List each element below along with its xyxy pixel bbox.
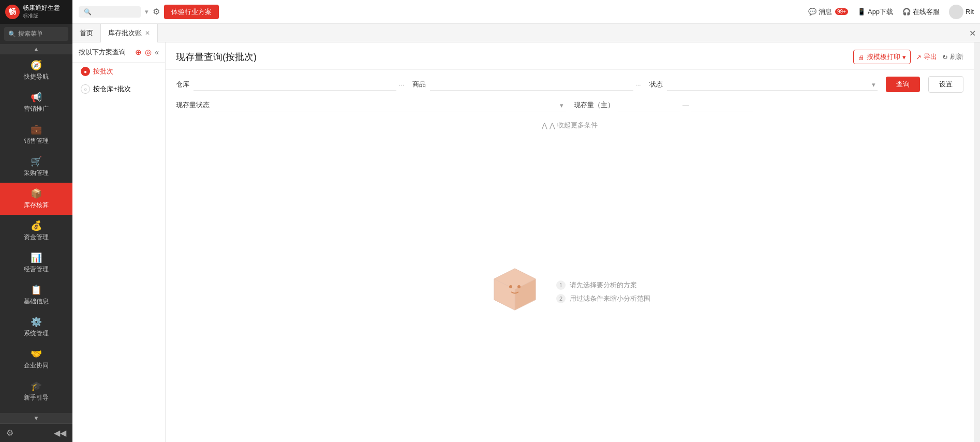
main-panel-header: 现存量查询(按批次) 🖨 按模板打印 ▾ ↗ 导出 ↻ 刷新 [166,42,974,70]
sidebar-item-system[interactable]: ⚙️ 系统管理 [0,311,72,343]
tab-home[interactable]: 首页 [72,24,101,42]
sidebar-item-sales[interactable]: 💼 销售管理 [0,119,72,151]
print-btn[interactable]: 🖨 按模板打印 ▾ [853,50,911,64]
topbar-right: 💬 消息 99+ 📱 App下载 🎧 在线客服 Rit [808,5,974,19]
collapse-label: 收起更多条件 [557,121,598,130]
right-scrollbar[interactable] [974,42,980,442]
warehouse-more-icon[interactable]: ··· [398,81,404,89]
app-logo: 畅 [5,5,20,19]
refresh-btn[interactable]: ↻ 刷新 [942,52,963,62]
operation-icon: 📊 [31,252,42,263]
product-more-icon[interactable]: ··· [635,81,641,89]
sidebar-bottom: ⚙ ◀◀ [0,423,72,442]
main-area: 🔍 ▾ ⚙ 体验行业方案 💬 消息 99+ 📱 App下载 🎧 在线客服 Rit [72,0,980,442]
left-panel: 按以下方案查询 ⊕ ◎ « ● 按批次 ○ 按仓库+批次 [72,42,166,442]
plan-item-batch[interactable]: ● 按批次 [72,63,165,80]
filter-row-1: 仓库 ··· 商品 ··· 状态 [176,76,963,93]
tab-inventory-batch-label: 库存批次账 [108,28,142,38]
topbar-chevron-icon[interactable]: ▾ [145,8,149,16]
product-label: 商品 [412,80,426,89]
sidebar-item-finance[interactable]: 💰 资金管理 [0,215,72,247]
experience-btn[interactable]: 体验行业方案 [164,5,219,19]
tab-inventory-batch[interactable]: 库存批次账 ✕ [101,24,158,42]
empty-state: 1 请先选择要分析的方案 2 用过滤条件来缩小分析范围 [166,141,974,442]
app-download-action[interactable]: 📱 App下载 [857,7,893,17]
collapse-more-btn[interactable]: ⋀ ⋀ 收起更多条件 [176,117,963,135]
export-btn[interactable]: ↗ 导出 [916,52,937,62]
add-plan-icon[interactable]: ⊕ [135,48,142,57]
sidebar-header: 畅 畅康通好生意 标准版 [0,0,72,24]
settings-btn[interactable]: 设置 [928,76,963,93]
plan-item-batch-label: 按批次 [93,67,113,76]
collapse-panel-icon[interactable]: « [155,48,159,56]
sidebar-item-quick-nav[interactable]: 🧭 快捷导航 [0,54,72,86]
filter-stock-qty: 现存量（主） — [574,99,963,111]
settings-icon[interactable]: ⚙ [6,428,13,438]
plan-item-warehouse-batch-label: 按仓库+批次 [93,84,131,94]
filter-warehouse: 仓库 ··· [176,78,404,91]
tip-text-1: 请先选择要分析的方案 [570,281,637,290]
plan-item-warehouse-batch[interactable]: ○ 按仓库+批次 [72,80,165,98]
sidebar-scroll-down[interactable]: ▼ [0,413,72,423]
sidebar-search[interactable]: 🔍 搜索菜单 [4,27,68,41]
export-btn-label: 导出 [924,52,937,62]
sales-icon: 💼 [31,124,42,135]
empty-illustration [489,263,541,320]
left-panel-title: 按以下方案查询 [79,48,126,57]
sidebar-item-guide[interactable]: 🎓 新手引导 [0,375,72,407]
print-btn-label: 按模板打印 [867,52,900,62]
quick-nav-icon: 🧭 [31,60,42,71]
marketing-icon: 📢 [31,92,42,103]
warehouse-input[interactable] [194,78,396,91]
sidebar-item-label: 经营管理 [24,265,49,274]
content-area: 按以下方案查询 ⊕ ◎ « ● 按批次 ○ 按仓库+批次 现存量查询(按批次) [72,42,980,442]
sidebar-item-label: 采购管理 [24,169,49,178]
message-icon: 💬 [808,8,816,16]
refresh-icon: ↻ [942,53,948,61]
main-panel: 现存量查询(按批次) 🖨 按模板打印 ▾ ↗ 导出 ↻ 刷新 [166,42,974,442]
app-edition: 标准版 [23,12,60,20]
message-badge: 99+ [835,8,848,15]
message-action[interactable]: 💬 消息 99+ [808,7,848,17]
sidebar-item-operation[interactable]: 📊 经营管理 [0,247,72,279]
topbar-gear-icon[interactable]: ⚙ [153,7,160,17]
sidebar-item-label: 系统管理 [24,329,49,338]
gear-plan-icon[interactable]: ◎ [145,48,152,57]
stock-status-select-wrap: ▾ [214,99,566,111]
stock-qty-from-input[interactable] [618,99,680,111]
product-input[interactable] [430,78,633,91]
collapse-sidebar-icon[interactable]: ◀◀ [54,428,66,438]
sidebar-item-label: 资金管理 [24,233,49,242]
sidebar-item-inventory[interactable]: 📦 库存核算 [0,183,72,215]
plan-inactive-icon: ○ [81,84,90,94]
sidebar-scroll-up[interactable]: ▲ [0,44,72,54]
left-panel-header: 按以下方案查询 ⊕ ◎ « [72,42,165,63]
sidebar-item-marketing[interactable]: 📢 营销推广 [0,86,72,119]
tabs-close-btn[interactable]: ✕ [969,28,976,38]
print-chevron-icon: ▾ [902,53,906,61]
page-title: 现存量查询(按批次) [176,51,257,63]
online-service-action[interactable]: 🎧 在线客服 [902,7,940,17]
stock-status-select[interactable] [214,99,566,111]
sidebar-nav: 🧭 快捷导航 📢 营销推广 💼 销售管理 🛒 采购管理 📦 库存核算 💰 资金管… [0,54,72,413]
tab-close-icon[interactable]: ✕ [145,30,150,37]
sidebar-item-enterprise[interactable]: 🤝 企业协同 [0,343,72,375]
sidebar-item-apps[interactable]: 🔧 应用中心 [0,407,72,413]
warehouse-label: 仓库 [176,80,189,89]
user-action[interactable]: Rit [949,5,974,19]
sidebar-item-label: 基础信息 [24,297,49,306]
inventory-icon: 📦 [31,188,42,199]
tip-text-2: 用过滤条件来缩小分析范围 [570,294,650,303]
export-icon: ↗ [916,53,922,61]
topbar-search-box[interactable]: 🔍 [79,6,141,18]
sidebar-item-basic[interactable]: 📋 基础信息 [0,279,72,311]
sidebar-item-purchase[interactable]: 🛒 采购管理 [0,151,72,183]
search-icon: 🔍 [8,31,16,38]
app-download-label: App下载 [868,7,893,17]
filter-stock-status: 现存量状态 ▾ [176,99,566,111]
status-select[interactable] [667,78,878,91]
query-btn[interactable]: 查询 [886,77,920,92]
message-label: 消息 [819,7,832,17]
stock-qty-to-input[interactable] [691,99,753,111]
sidebar-search-label: 搜索菜单 [18,30,43,38]
